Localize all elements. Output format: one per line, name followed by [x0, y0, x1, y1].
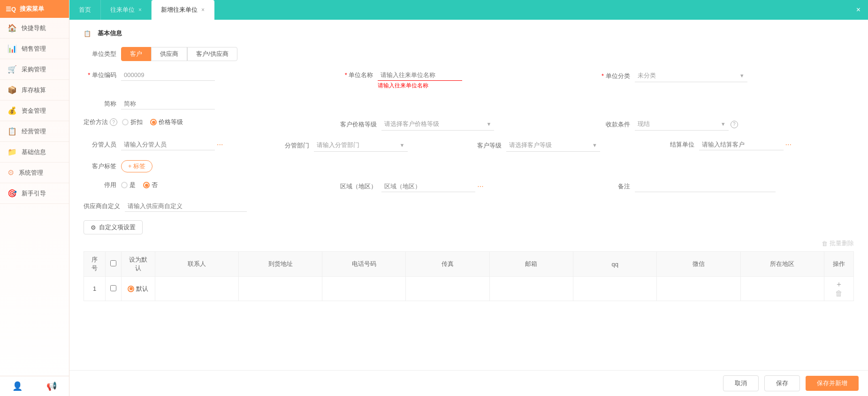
- sidebar-bottom: 👤 📢: [0, 376, 69, 396]
- disabled-yes-label: 是: [129, 181, 136, 189]
- fax-input[interactable]: [411, 285, 484, 292]
- short-name-input[interactable]: [121, 98, 215, 109]
- address-input[interactable]: [244, 285, 317, 292]
- sidebar-user-btn[interactable]: 👤: [0, 376, 35, 396]
- sidebar-item-quicknav[interactable]: 🏠 快捷导航: [0, 18, 69, 39]
- settlement-ellipsis-btn[interactable]: ···: [784, 140, 793, 149]
- dept-select[interactable]: 请输入分管部门 ▼: [314, 139, 408, 152]
- cell-phone[interactable]: [322, 277, 406, 301]
- sidebar-notify-btn[interactable]: 📢: [35, 376, 69, 396]
- unit-type-supplier[interactable]: 供应商: [151, 47, 187, 61]
- default-radio[interactable]: 默认: [126, 285, 150, 293]
- name-input[interactable]: [378, 70, 462, 81]
- disabled-label: 停用: [84, 181, 121, 189]
- home-icon: 🏠: [8, 23, 17, 32]
- tag-add-button[interactable]: + 标签: [121, 160, 152, 172]
- table-header-row: 序号 设为默认 联系人 到货地址 电话号码 传真 邮箱 qq 微信 所在地区 操…: [84, 252, 854, 277]
- cell-region[interactable]: [740, 277, 824, 301]
- settlement-input[interactable]: [699, 139, 784, 150]
- row-delete-btn[interactable]: 🗑: [835, 289, 843, 297]
- code-input[interactable]: [121, 70, 215, 81]
- customer-level-select[interactable]: 请选择客户等级 ▼: [506, 139, 600, 152]
- tag-group: 客户标签 + 标签: [84, 160, 854, 172]
- bottom-bar: 取消 保存 保存并新增: [69, 370, 868, 396]
- disabled-yes-option[interactable]: 是: [121, 181, 136, 189]
- cell-contact[interactable]: [155, 277, 238, 301]
- batch-delete-label: 批量删除: [830, 239, 854, 248]
- supplier-custom-input[interactable]: [125, 201, 247, 212]
- unit-type-customer[interactable]: 客户: [121, 47, 151, 61]
- dept-dropdown-arrow: ▼: [400, 142, 405, 148]
- remark-input[interactable]: [635, 181, 776, 192]
- settlement-group: 结算单位 ···: [662, 139, 854, 150]
- unit-type-both[interactable]: 客户/供应商: [187, 47, 237, 61]
- tab-contacts[interactable]: 往来单位 ×: [101, 0, 152, 20]
- payment-group: 收款条件 现结 ▼ ?: [597, 118, 854, 131]
- region-label: 区域（地区）: [340, 182, 381, 191]
- sidebar-item-finance[interactable]: 💰 资金管理: [0, 101, 69, 121]
- contact-input[interactable]: [160, 285, 234, 292]
- cell-email[interactable]: [489, 277, 573, 301]
- tab-home[interactable]: 首页: [69, 0, 101, 20]
- sidebar-item-guide[interactable]: 🎯 新手引导: [0, 183, 69, 204]
- sidebar-search-label: 搜索菜单: [20, 5, 44, 13]
- email-input[interactable]: [495, 285, 568, 292]
- save-new-button[interactable]: 保存并新增: [806, 376, 859, 391]
- manager-input[interactable]: [121, 139, 215, 150]
- payment-value: 现结: [638, 120, 650, 128]
- custom-settings-button[interactable]: ⚙ 自定义项设置: [84, 220, 143, 234]
- dept-group: 分管部门 请输入分管部门 ▼: [276, 139, 469, 152]
- customer-level-label: 客户等级: [469, 141, 506, 150]
- sidebar-item-purchase[interactable]: 🛒 采购管理: [0, 59, 69, 80]
- cell-address[interactable]: [238, 277, 322, 301]
- price-level-select[interactable]: 请选择客户价格等级 ▼: [381, 118, 494, 131]
- sidebar-item-label: 采购管理: [22, 65, 46, 74]
- cell-default: 默认: [122, 277, 155, 301]
- save-button[interactable]: 保存: [764, 375, 800, 391]
- main-close-btn[interactable]: ×: [849, 6, 868, 14]
- tag-row: 客户标签 + 标签: [84, 160, 854, 172]
- cell-qq[interactable]: [573, 277, 657, 301]
- select-all-checkbox[interactable]: [110, 260, 116, 266]
- price-level-dropdown-arrow: ▼: [486, 121, 491, 127]
- sidebar-item-sales[interactable]: 📊 销售管理: [0, 39, 69, 59]
- sidebar-item-system[interactable]: ⚙ 系统管理: [0, 163, 69, 183]
- cell-fax[interactable]: [406, 277, 489, 301]
- region-ellipsis-btn[interactable]: ···: [475, 182, 485, 191]
- manager-ellipsis-btn[interactable]: ···: [215, 140, 225, 149]
- category-select[interactable]: 未分类 ▼: [635, 70, 747, 82]
- disabled-no-option[interactable]: 否: [143, 181, 158, 189]
- col-email: 邮箱: [489, 252, 573, 277]
- sidebar-item-basic-info[interactable]: 📁 基础信息: [0, 142, 69, 163]
- cell-wechat[interactable]: [657, 277, 740, 301]
- unit-type-label: 单位类型: [84, 50, 121, 58]
- sidebar-item-label: 销售管理: [22, 45, 46, 53]
- short-name-group: 简称: [84, 98, 854, 109]
- payment-help-icon[interactable]: ?: [731, 121, 738, 128]
- sidebar-item-inventory[interactable]: 📦 库存核算: [0, 80, 69, 101]
- row-add-btn[interactable]: ＋: [835, 280, 843, 288]
- row-region-input[interactable]: [746, 285, 819, 292]
- wechat-input[interactable]: [662, 285, 735, 292]
- pricing-discount-option[interactable]: 折扣: [122, 118, 143, 126]
- tab-new-contact-close[interactable]: ×: [201, 7, 205, 13]
- pricing-help-icon[interactable]: ?: [110, 118, 117, 126]
- sidebar-item-label: 系统管理: [19, 169, 43, 177]
- disabled-no-label: 否: [152, 181, 158, 189]
- region-input[interactable]: [381, 181, 475, 192]
- pricing-level-option[interactable]: 价格等级: [150, 118, 183, 126]
- sidebar-search[interactable]: ☰Q 搜索菜单: [0, 0, 69, 18]
- tab-new-contact[interactable]: 新增往来单位 ×: [152, 0, 214, 20]
- level-label: 价格等级: [159, 118, 183, 126]
- customer-level-placeholder: 请选择客户等级: [509, 141, 552, 149]
- sidebar-item-label: 新手引导: [22, 189, 46, 198]
- qq-input[interactable]: [578, 285, 652, 292]
- disabled-no-dot: [143, 182, 150, 188]
- tab-contacts-close[interactable]: ×: [138, 7, 142, 13]
- cancel-button[interactable]: 取消: [723, 375, 759, 391]
- disabled-yes-dot: [121, 182, 128, 188]
- payment-select[interactable]: 现结 ▼: [635, 118, 729, 131]
- sidebar-item-operations[interactable]: 📋 经营管理: [0, 121, 69, 142]
- row-checkbox[interactable]: [110, 285, 116, 291]
- phone-input[interactable]: [327, 285, 401, 292]
